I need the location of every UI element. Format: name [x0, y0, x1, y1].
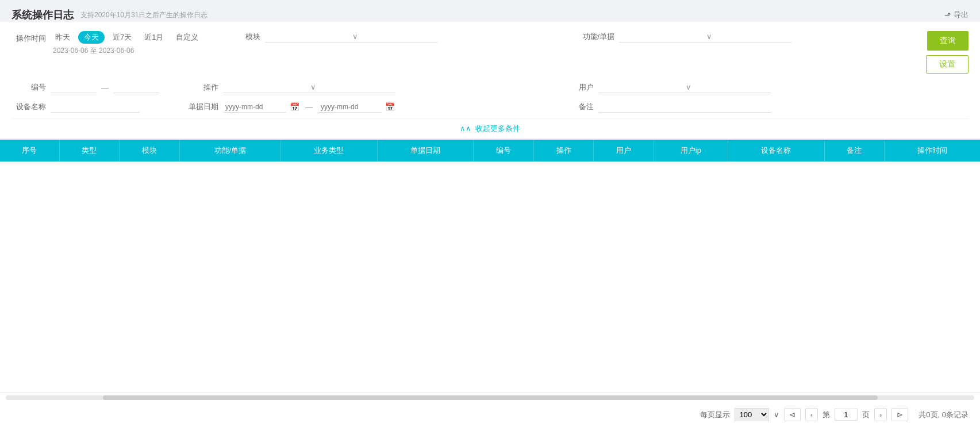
cal-to-icon[interactable]: 📅 — [385, 102, 395, 111]
settings-button[interactable]: 设置 — [926, 55, 969, 74]
title-area: 系统操作日志 支持2020年10月31日之后产生的操作日志 — [11, 8, 207, 22]
user-label: 用户 — [554, 82, 594, 93]
time-buttons-row: 昨天 今天 近7天 近1月 自定义 — [51, 31, 203, 44]
remark-label: 备注 — [554, 102, 594, 112]
collapse-up-icon: ∧∧ — [460, 124, 471, 133]
filter-row-1: 操作时间 昨天 今天 近7天 近1月 自定义 2023-06-06 至 2023… — [11, 31, 969, 74]
page-label: 第 — [823, 410, 830, 420]
filter-row-3: 设备名称 单据日期 📅 — 📅 备注 — [11, 101, 969, 113]
col-date: 单据日期 — [377, 140, 474, 161]
time-btn-today[interactable]: 今天 — [78, 31, 105, 44]
operation-label: 操作 — [184, 82, 218, 93]
user-filter: 用户 ∨ — [554, 82, 900, 93]
page-size-select[interactable]: 100 50 200 — [735, 408, 769, 421]
device-filter: 设备名称 — [11, 101, 161, 113]
page-header: 系统操作日志 支持2020年10月31日之后产生的操作日志 ⬏ 导出 — [0, 0, 980, 22]
number-label: 编号 — [11, 82, 46, 93]
table-header: 序号 类型 模块 功能/单据 业务类型 单据日期 编号 操作 用户 用户ip 设… — [0, 140, 980, 161]
device-input[interactable] — [51, 101, 140, 113]
action-buttons: 查询 设置 — [911, 31, 969, 74]
prev-page-button[interactable]: ‹ — [805, 408, 818, 421]
function-filter: 功能/单据 ∨ — [574, 31, 900, 43]
time-btn-custom[interactable]: 自定义 — [171, 31, 203, 44]
col-remark: 备注 — [824, 140, 884, 161]
function-label: 功能/单据 — [574, 32, 614, 42]
module-select[interactable]: ∨ — [265, 31, 437, 43]
time-btn-yesterday[interactable]: 昨天 — [51, 31, 75, 44]
user-arrow-icon: ∨ — [686, 83, 771, 91]
page-suffix: 页 — [862, 410, 870, 420]
col-device: 设备名称 — [728, 140, 824, 161]
time-range-text: 2023-06-06 至 2023-06-06 — [53, 46, 203, 56]
col-op-time: 操作时间 — [884, 140, 980, 161]
page-container: 系统操作日志 支持2020年10月31日之后产生的操作日志 ⬏ 导出 操作时间 … — [0, 0, 980, 427]
col-module: 模块 — [120, 140, 179, 161]
module-filter: 模块 ∨ — [226, 31, 551, 43]
date-range-group: 📅 — 📅 — [223, 102, 395, 113]
page-title: 系统操作日志 — [11, 8, 74, 22]
cal-from-icon[interactable]: 📅 — [290, 102, 299, 111]
col-index: 序号 — [0, 140, 59, 161]
time-label: 操作时间 — [11, 33, 46, 44]
col-operation: 操作 — [533, 140, 593, 161]
col-number: 编号 — [474, 140, 533, 161]
remark-filter: 备注 — [554, 101, 900, 113]
function-arrow-icon: ∨ — [706, 32, 791, 41]
date-dash: — — [305, 103, 313, 111]
col-user-ip: 用户ip — [654, 140, 728, 161]
user-select[interactable]: ∨ — [598, 82, 771, 93]
collapse-label: 收起更多条件 — [475, 124, 520, 133]
time-filter-area: 操作时间 昨天 今天 近7天 近1月 自定义 2023-06-06 至 2023… — [11, 31, 203, 56]
table-section: 序号 类型 模块 功能/单据 业务类型 单据日期 编号 操作 用户 用户ip 设… — [0, 140, 980, 393]
date-from-input[interactable] — [223, 102, 286, 113]
table-header-row: 序号 类型 模块 功能/单据 业务类型 单据日期 编号 操作 用户 用户ip 设… — [0, 140, 980, 161]
number-input-to[interactable] — [113, 82, 159, 93]
scrollbar-track — [6, 395, 974, 400]
filter-row-2: 编号 — 操作 ∨ 用户 ∨ — [11, 82, 969, 93]
number-filter: 编号 — — [11, 82, 161, 93]
page-number-input[interactable] — [835, 409, 858, 421]
number-dash: — — [101, 83, 109, 92]
module-arrow-icon: ∨ — [352, 32, 437, 41]
operation-filter: 操作 ∨ — [184, 82, 531, 93]
chevron-down-icon: ∨ — [774, 410, 779, 419]
pagination-bar: 每页显示 100 50 200 ∨ ⊲ ‹ 第 页 › ⊳ 共0页, 0条记录 — [0, 402, 980, 427]
data-table: 序号 类型 模块 功能/单据 业务类型 单据日期 编号 操作 用户 用户ip 设… — [0, 140, 980, 161]
date-filter: 单据日期 📅 — 📅 — [184, 102, 531, 113]
export-label: 导出 — [954, 10, 969, 20]
time-btn-1month[interactable]: 近1月 — [140, 31, 168, 44]
module-label: 模块 — [226, 32, 260, 42]
page-total: 共0页, 0条记录 — [918, 410, 969, 420]
filter-panel: 操作时间 昨天 今天 近7天 近1月 自定义 2023-06-06 至 2023… — [0, 22, 980, 139]
remark-input[interactable] — [598, 101, 771, 113]
device-label: 设备名称 — [11, 102, 46, 112]
page-subtitle: 支持2020年10月31日之后产生的操作日志 — [80, 10, 207, 20]
query-button[interactable]: 查询 — [927, 31, 969, 51]
operation-arrow-icon: ∨ — [310, 83, 395, 91]
next-page-button[interactable]: › — [874, 408, 887, 421]
scrollbar-container — [0, 393, 980, 402]
export-button[interactable]: ⬏ 导出 — [944, 10, 969, 20]
col-type: 类型 — [59, 140, 119, 161]
col-function: 功能/单据 — [179, 140, 280, 161]
time-btn-7days[interactable]: 近7天 — [108, 31, 136, 44]
date-to-input[interactable] — [318, 102, 382, 113]
first-page-button[interactable]: ⊲ — [784, 408, 801, 421]
col-biz-type: 业务类型 — [281, 140, 378, 161]
scrollbar-thumb[interactable] — [103, 395, 878, 400]
collapse-bar[interactable]: ∧∧ 收起更多条件 — [11, 118, 969, 139]
function-select[interactable]: ∨ — [619, 31, 791, 43]
page-size-label: 每页显示 — [700, 410, 730, 420]
operation-select[interactable]: ∨ — [223, 82, 395, 93]
time-section: 昨天 今天 近7天 近1月 自定义 2023-06-06 至 2023-06-0… — [51, 31, 203, 56]
date-label: 单据日期 — [184, 102, 218, 112]
export-icon: ⬏ — [944, 10, 951, 20]
number-input-from[interactable] — [51, 82, 97, 93]
col-user: 用户 — [594, 140, 654, 161]
last-page-button[interactable]: ⊳ — [891, 408, 908, 421]
